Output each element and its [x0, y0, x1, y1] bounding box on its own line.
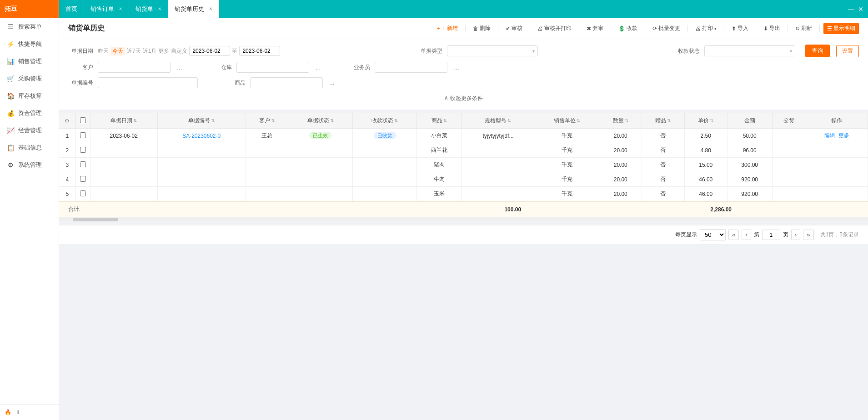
sidebar-item-quick-nav[interactable]: ⚡ 快捷导航 — [0, 35, 59, 53]
window-close-icon[interactable]: ✕ — [858, 5, 863, 13]
select-all-checkbox[interactable] — [80, 117, 86, 123]
sidebar-item-base-info[interactable]: 📋 基础信息 — [0, 139, 59, 156]
doc-type-select[interactable] — [447, 46, 529, 56]
th-doc-status[interactable]: 单据状态 ⇅ — [288, 113, 353, 129]
next-page-button[interactable]: › — [791, 230, 800, 240]
date-from-input[interactable] — [189, 46, 230, 56]
delete-button[interactable]: 🗑 删除 — [469, 23, 494, 34]
collect-button[interactable]: 💲 收款 — [615, 23, 641, 34]
salesperson-input[interactable] — [375, 62, 447, 73]
th-customer[interactable]: 客户 ⇅ — [246, 113, 288, 129]
row-checkbox[interactable] — [80, 161, 86, 167]
goods-ellipsis[interactable]: ... — [327, 79, 336, 86]
tab-sales-delivery[interactable]: 销货单 ✕ — [129, 0, 168, 18]
row-checkbox[interactable] — [80, 147, 86, 153]
approve-print-button[interactable]: 🖨 审核并打印 — [534, 23, 575, 34]
payment-status-select[interactable] — [705, 46, 787, 56]
date-to-input[interactable] — [239, 46, 280, 56]
show-detail-button[interactable]: ☰ 显示明细 — [823, 23, 859, 34]
refresh-button[interactable]: ↻ 刷新 — [792, 23, 816, 34]
doc-type-dropdown-icon: ▾ — [532, 49, 535, 54]
sidebar-item-inventory[interactable]: 🏠 库存核算 — [0, 87, 59, 105]
sort-unit-icon[interactable]: ⇅ — [577, 118, 580, 123]
tab-sales-order[interactable]: 销售订单 ✕ — [84, 0, 129, 18]
cell-doc-no — [157, 172, 246, 187]
date-yesterday[interactable]: 昨天 — [98, 47, 109, 55]
th-doc-no[interactable]: 单据编号 ⇅ — [157, 113, 246, 129]
cell-spec — [462, 143, 535, 158]
sort-doc-date-icon[interactable]: ⇅ — [133, 118, 137, 123]
per-page-select[interactable]: 50 10 20 100 — [700, 229, 726, 240]
tab-sales-history[interactable]: 销货单历史 ✕ — [168, 0, 219, 18]
print-button[interactable]: 🖨 打印 ▾ — [692, 23, 720, 34]
page-number-input[interactable] — [762, 230, 780, 240]
row-checkbox[interactable] — [80, 190, 86, 196]
sidebar-bottom-icon1[interactable]: 🔥 — [5, 409, 11, 415]
window-minimize-icon[interactable]: — — [848, 5, 854, 13]
table-row: 3 猪肉 千克 20.00 否 15.00 300.00 — [59, 158, 868, 172]
th-goods[interactable]: 商品 ⇅ — [417, 113, 462, 129]
sort-payment-status-icon[interactable]: ⇅ — [394, 118, 398, 123]
customer-input[interactable] — [98, 62, 171, 73]
abandon-button[interactable]: ✖ 弃审 — [583, 23, 607, 34]
sort-doc-no-icon[interactable]: ⇅ — [211, 118, 215, 123]
goods-input[interactable] — [250, 77, 323, 88]
th-gift[interactable]: 赠品 ⇅ — [642, 113, 685, 129]
sort-customer-icon[interactable]: ⇅ — [271, 118, 275, 123]
warehouse-input[interactable] — [236, 62, 309, 73]
th-unit-price[interactable]: 单价 ⇅ — [684, 113, 727, 129]
sidebar-item-purchase-mgmt[interactable]: 🛒 采购管理 — [0, 70, 59, 87]
customer-ellipsis[interactable]: ... — [175, 64, 184, 71]
doc-no-input[interactable] — [98, 77, 198, 88]
warehouse-ellipsis[interactable]: ... — [314, 64, 323, 71]
settings-icon[interactable]: ⚙ — [65, 118, 70, 124]
import-button[interactable]: ⬆ 导入 — [728, 23, 752, 34]
sort-doc-status-icon[interactable]: ⇅ — [330, 118, 334, 123]
tab-home[interactable]: 首页 — [59, 0, 84, 18]
setting-button[interactable]: 设置 — [836, 45, 859, 57]
prev-page-button[interactable]: ‹ — [742, 230, 751, 240]
sidebar-bottom-icon2[interactable]: ⏸ — [15, 409, 20, 415]
sort-goods-icon[interactable]: ⇅ — [443, 118, 447, 123]
row-checkbox[interactable] — [80, 132, 86, 138]
approve-button[interactable]: ✔ 审核 — [502, 23, 526, 34]
sort-unit-price-icon[interactable]: ⇅ — [710, 118, 713, 123]
cell-doc-status — [288, 143, 353, 158]
query-button[interactable]: 查询 — [805, 45, 830, 57]
th-settings[interactable]: ⚙ — [59, 113, 75, 129]
more-link[interactable]: 更多 — [838, 132, 849, 139]
new-button[interactable]: ＋ + 新增 — [432, 23, 462, 34]
sort-spec-icon[interactable]: ⇅ — [507, 118, 511, 123]
date-today[interactable]: 今天 — [110, 47, 125, 55]
sidebar-item-finance[interactable]: 💰 资金管理 — [0, 105, 59, 122]
date-7days[interactable]: 近7天 — [127, 47, 141, 55]
sidebar-item-search-menu[interactable]: ☰ 搜索菜单 — [0, 18, 59, 35]
first-page-button[interactable]: « — [728, 230, 739, 240]
row-checkbox[interactable] — [80, 176, 86, 182]
sort-qty-icon[interactable]: ⇅ — [625, 118, 628, 123]
horizontal-scrollbar[interactable] — [59, 217, 868, 221]
th-qty[interactable]: 数量 ⇅ — [599, 113, 642, 129]
doc-no-link[interactable]: SA-20230602-0 — [182, 133, 221, 139]
date-1month[interactable]: 近1月 — [143, 47, 157, 55]
sort-gift-icon[interactable]: ⇅ — [667, 118, 671, 123]
date-custom[interactable]: 自定义 — [171, 47, 187, 55]
sidebar-item-operations[interactable]: 📈 经营管理 — [0, 122, 59, 139]
sidebar-item-sales-mgmt[interactable]: 📊 销售管理 — [0, 53, 59, 70]
tab-sales-order-close[interactable]: ✕ — [119, 6, 122, 11]
sidebar-item-system[interactable]: ⚙ 系统管理 — [0, 156, 59, 174]
batch-change-button[interactable]: ⟳ 批量变更 — [649, 23, 684, 34]
last-page-button[interactable]: » — [803, 230, 813, 240]
salesperson-ellipsis[interactable]: ... — [452, 64, 461, 71]
date-more[interactable]: 更多 — [158, 47, 169, 55]
cell-gift: 否 — [642, 172, 685, 187]
tab-sales-delivery-close[interactable]: ✕ — [158, 6, 161, 11]
th-doc-date[interactable]: 单据日期 ⇅ — [90, 113, 157, 129]
export-button[interactable]: ⬇ 导出 — [760, 23, 784, 34]
th-spec[interactable]: 规格型号 ⇅ — [462, 113, 535, 129]
th-payment-status[interactable]: 收款状态 ⇅ — [352, 113, 417, 129]
th-unit[interactable]: 销售单位 ⇅ — [535, 113, 599, 129]
tab-sales-history-close[interactable]: ✕ — [209, 6, 212, 11]
edit-link[interactable]: 编辑 — [824, 132, 835, 139]
collapse-row[interactable]: ∧ 收起更多条件 — [68, 93, 859, 104]
